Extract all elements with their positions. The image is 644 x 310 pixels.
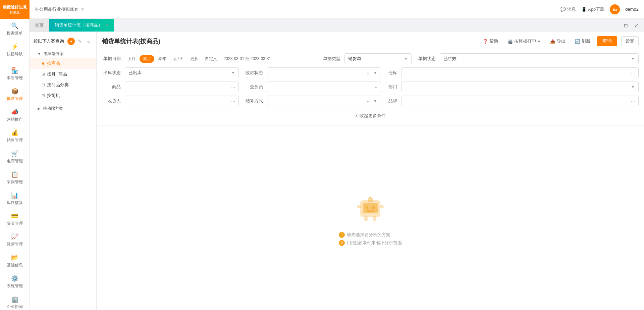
sidebar-item-label: 快捷导航	[7, 51, 23, 57]
date-tab-this-year[interactable]: 本年	[156, 55, 169, 63]
date-control: 上月 本月 本年 近7天 更多 自定义 2023-03-01 至 2023-03…	[125, 55, 316, 63]
sidebar-item-ecommerce[interactable]: 🛒 电商管理	[0, 147, 29, 167]
sidebar-item-enterprise[interactable]: 🏢 企业协同	[0, 292, 29, 310]
tip-1-text: 请先选择要分析的方案	[347, 232, 390, 238]
sidebar-item-inventory[interactable]: 📊 库存核算	[0, 188, 29, 209]
query-btn[interactable]: 查询	[597, 36, 617, 46]
receiver-label: 收货人	[102, 98, 121, 104]
avatar[interactable]: Ea	[610, 4, 620, 14]
sidebar-item-label: 销售管理	[7, 138, 23, 143]
tab-close-icon[interactable]: ×	[106, 23, 108, 28]
settle-select[interactable]: ··· ▼	[267, 96, 381, 106]
date-tab-last-month[interactable]: 上月	[125, 55, 138, 63]
tab-home-label: 首页	[35, 22, 44, 29]
refresh-label: 刷新	[582, 38, 590, 44]
date-tab-more[interactable]: 更多	[187, 55, 201, 63]
svg-rect-5	[357, 205, 361, 208]
desktop-section-title[interactable]: ▼ 电脑端方案	[30, 49, 96, 58]
page-header-actions: ❓ 帮助 🖨️ 按模板打印 ▼ 📤 导出 🔄 刷新	[480, 36, 639, 46]
sidebar-item-purchase[interactable]: 📋 采购管理	[0, 167, 29, 188]
mobile-section-title[interactable]: ▶ 移动端方案	[30, 104, 96, 113]
collapse-btn[interactable]: ∧ 收起更多条件	[102, 110, 639, 121]
sidebar-item-label: 系统管理	[7, 283, 23, 289]
type-select[interactable]: 销货单 ▼	[344, 53, 412, 64]
ecommerce-icon: 🛒	[11, 150, 18, 157]
sidebar-item-sales[interactable]: 💰 销售管理	[0, 126, 29, 147]
edit-scheme-btn[interactable]: ✎	[76, 38, 84, 45]
out-arrow: ▼	[231, 70, 235, 75]
sidebar-item-retail[interactable]: 🏪 零售管理	[0, 63, 29, 84]
desktop-section-arrow: ▼	[38, 52, 41, 56]
sidebar-item-system[interactable]: ⚙️ 系统管理	[0, 271, 29, 292]
staff-select[interactable]: ···	[267, 82, 381, 92]
sidebar-item-finance[interactable]: 💳 资金管理	[0, 209, 29, 230]
app-download-icon: 📱	[581, 7, 587, 12]
finance-icon: 💳	[11, 212, 18, 220]
svg-rect-6	[380, 205, 384, 208]
sidebar-item-label: 资金管理	[7, 221, 23, 226]
status-label: 单据状态	[416, 56, 436, 62]
template-print-btn[interactable]: 🖨️ 按模板打印 ▼	[505, 37, 543, 46]
sales-icon: 💰	[11, 129, 18, 137]
warehouse-select[interactable]: ···	[401, 67, 639, 78]
sidebar-item-quick-nav[interactable]: ⚡ 快捷导航	[0, 40, 29, 60]
export-btn[interactable]: 📤 导出	[547, 37, 568, 46]
scheme-by-cashier[interactable]: ⊟ 按司机	[30, 90, 96, 101]
tab-sales-stats[interactable]: 销货单统计表（按商品） ×	[49, 19, 114, 32]
filter-row-1: 单据日期 上月 本月 本年 近7天 更多 自定义 2023-03-01 至 20…	[102, 53, 639, 64]
operation-icon: 📈	[11, 233, 18, 241]
left-panel-header: 按以下方案查询 + ✎ «	[30, 35, 96, 48]
out-select[interactable]: 已出库 ▼	[125, 67, 239, 78]
settings-label: 设置	[626, 38, 634, 44]
warehouse-dots: ···	[631, 70, 635, 75]
message-action[interactable]: 💬 消息	[560, 6, 576, 12]
collapse-panel-btn[interactable]: «	[85, 38, 92, 45]
sidebar-item-wholesale[interactable]: 📦 批发管理	[0, 84, 29, 105]
dept-select[interactable]: ▼	[401, 82, 639, 92]
date-tab-custom[interactable]: 自定义	[202, 55, 220, 63]
app-download-action[interactable]: 📱 App下载	[581, 6, 604, 12]
message-label: 消息	[567, 6, 576, 12]
header-right: 💬 消息 📱 App下载 Ea demo2	[560, 4, 639, 14]
settings-btn[interactable]: 设置	[621, 36, 639, 46]
quick-nav-icon: ⚡	[11, 43, 18, 50]
date-tab-this-month[interactable]: 本月	[140, 55, 154, 63]
sidebar-item-search[interactable]: 🔍 搜索菜单	[0, 19, 29, 40]
refresh-btn[interactable]: 🔄 刷新	[572, 37, 593, 46]
scheme-by-product-category[interactable]: ⊟ 按商品分类	[30, 80, 96, 90]
user-name[interactable]: demo2	[625, 7, 639, 12]
sidebar-item-operation[interactable]: 📈 经营管理	[0, 230, 29, 251]
receiver-select[interactable]: ···	[125, 96, 239, 106]
receipt-select[interactable]: ··· ▼	[267, 67, 381, 78]
app-logo-text: 畅捷通好生意	[3, 4, 27, 10]
dept-arrow: ▼	[631, 85, 635, 89]
message-icon: 💬	[560, 7, 566, 12]
tab-home[interactable]: 首页	[30, 19, 49, 32]
scheme-by-month-product[interactable]: ⊞ 按月+商品	[30, 69, 96, 80]
template-print-icon: 🖨️	[507, 39, 513, 44]
sidebar-item-label: 电商管理	[7, 158, 23, 164]
tab-restore-btn[interactable]: ⊡	[621, 21, 631, 30]
date-tab-7days[interactable]: 近7天	[170, 55, 186, 63]
sidebar-item-basic[interactable]: 📂 基础信息	[0, 251, 29, 271]
help-btn[interactable]: ❓ 帮助	[480, 37, 501, 46]
status-select[interactable]: 已生效 ▼	[440, 53, 639, 64]
svg-rect-4	[366, 210, 374, 212]
app-download-label: App下载	[588, 6, 604, 12]
svg-point-10	[369, 197, 371, 199]
by-cashier-icon: ⊟	[42, 93, 45, 98]
sidebar-item-label: 企业协同	[7, 304, 23, 310]
goods-select[interactable]: ···	[125, 82, 239, 92]
empty-illustration	[350, 190, 390, 224]
mobile-section-arrow: ▶	[38, 107, 40, 110]
sidebar-item-label: 营销推广	[7, 117, 23, 122]
staff-dots: ···	[373, 84, 377, 90]
receipt-arrow: ▼	[373, 70, 377, 75]
add-scheme-btn[interactable]: +	[67, 38, 75, 45]
warehouse-label: 仓库	[385, 70, 397, 76]
brand-select[interactable]: ···	[401, 96, 639, 106]
left-panel-title: 按以下方案查询	[34, 38, 64, 44]
scheme-by-product[interactable]: ● 按商品	[30, 58, 96, 69]
tab-maximize-btn[interactable]: ⤢	[632, 21, 641, 30]
sidebar-item-marketing[interactable]: 📣 营销推广	[0, 105, 29, 126]
